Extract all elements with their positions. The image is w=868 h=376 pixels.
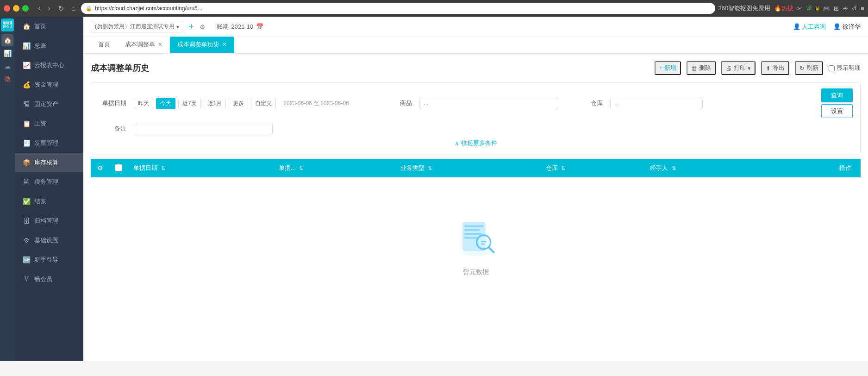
- product-selector[interactable]: ···: [419, 98, 558, 109]
- export-label: 导出: [773, 64, 785, 72]
- nav-item-asset[interactable]: 🏗 固定资产: [15, 94, 83, 114]
- svg-rect-10: [481, 244, 484, 245]
- svg-rect-9: [481, 241, 486, 243]
- show-detail-checkbox[interactable]: [829, 65, 835, 71]
- nav-label-report: 云报表中心: [34, 61, 64, 69]
- nav-item-home[interactable]: 🏠 首页: [15, 17, 83, 36]
- back-btn[interactable]: ‹: [35, 3, 43, 14]
- svg-rect-2: [464, 225, 484, 227]
- refresh-icon: ↻: [799, 65, 805, 72]
- table-select-all[interactable]: [115, 164, 122, 171]
- browser-max-btn[interactable]: [22, 5, 29, 12]
- add-company-btn[interactable]: +: [189, 22, 194, 31]
- date-btn-7days[interactable]: 近7天: [178, 98, 201, 109]
- date-btn-1month[interactable]: 近1月: [204, 98, 226, 109]
- delete-label: 删除: [699, 64, 711, 72]
- coin-icon: ¥: [816, 5, 819, 12]
- sidebar-icon-home[interactable]: 🏠: [1, 34, 13, 46]
- show-detail-toggle[interactable]: 显示明细: [829, 64, 861, 72]
- tab-cost-adjustment-close[interactable]: ✕: [158, 41, 162, 48]
- company-settings-btn[interactable]: ⚙: [200, 23, 206, 31]
- nav-item-invoice[interactable]: 🧾 发票管理: [15, 133, 83, 153]
- forward-btn[interactable]: ›: [45, 3, 53, 14]
- col-doc-label: 单据...: [279, 164, 296, 171]
- tab-home[interactable]: 首页: [91, 37, 118, 53]
- date-btn-more[interactable]: 更多: [229, 98, 248, 109]
- company-selector[interactable]: (勿删勿禁用）江西服宝测试专用 ▾: [91, 21, 183, 32]
- close-nav-icon: ✅: [22, 198, 31, 205]
- undo-icon: ↺: [852, 5, 857, 12]
- tab-cost-adjustment-history[interactable]: 成本调整单历史 ✕: [170, 37, 234, 53]
- url-text: https://cloud.chanjet.com/accounting/uru…: [95, 5, 202, 12]
- table-header-type[interactable]: 业务类型 ⇅: [395, 159, 540, 177]
- data-table: ⚙ 单据日期 ⇅ 单据... ⇅: [91, 159, 861, 313]
- tab-history-close[interactable]: ✕: [222, 41, 227, 48]
- refresh-btn[interactable]: ↻ 刷新: [795, 61, 823, 75]
- content-area: 成本调整单历史 + 新增 🗑 删除 🖨 打印 ▾ ⬆ 导出: [83, 54, 868, 361]
- table-header-doc[interactable]: 单据... ⇅: [273, 159, 395, 177]
- sidebar-icon-report[interactable]: ☁: [1, 60, 13, 72]
- nav-item-report[interactable]: 📈 云报表中心: [15, 56, 83, 75]
- nav-item-inventory[interactable]: 📦 库存核算: [15, 153, 83, 172]
- print-btn[interactable]: 🖨 打印 ▾: [721, 61, 756, 75]
- sort-date-icon: ⇅: [161, 165, 165, 171]
- collapse-row: ∧ 收起更多条件: [99, 139, 853, 147]
- table-header-handler[interactable]: 经手人 ⇅: [644, 159, 769, 177]
- tab-cost-adjustment-label: 成本调整单: [125, 40, 155, 49]
- tab-cost-adjustment[interactable]: 成本调整单 ✕: [118, 37, 170, 53]
- user-avatar[interactable]: 👤 徐泽华: [833, 23, 861, 31]
- setting-btn[interactable]: 设置: [821, 104, 853, 118]
- table-gear-btn[interactable]: ⚙: [97, 164, 103, 172]
- address-bar[interactable]: 🔒 https://cloud.chanjet.com/accounting/u…: [81, 3, 715, 14]
- svg-rect-4: [464, 233, 482, 235]
- more-icon: ≡: [861, 5, 864, 12]
- table-header-warehouse[interactable]: 仓库 ⇅: [540, 159, 645, 177]
- remark-input[interactable]: [134, 123, 273, 134]
- date-btn-today[interactable]: 今天: [156, 98, 175, 109]
- asset-nav-icon: 🏗: [22, 100, 31, 108]
- nav-label-salary: 工资: [34, 119, 46, 128]
- nav-item-ledger[interactable]: 📊 总账: [15, 36, 83, 56]
- page-title-bar: 成本调整单历史 + 新增 🗑 删除 🖨 打印 ▾ ⬆ 导出: [91, 61, 861, 75]
- app-header: (勿删勿禁用）江西服宝测试专用 ▾ + ⚙ 账期 2021-10 📅 👤 人工咨…: [83, 17, 868, 37]
- delete-btn[interactable]: 🗑 删除: [687, 61, 716, 75]
- nav-item-tax[interactable]: 🏛 税务管理: [15, 172, 83, 192]
- filter-row-remark: 备注: [99, 123, 853, 134]
- export-btn[interactable]: ⬆ 导出: [761, 61, 789, 75]
- sidebar-icon-weibo[interactable]: 微: [1, 73, 13, 85]
- translate-icon: 译: [806, 4, 812, 13]
- collapse-btn[interactable]: ∧ 收起更多条件: [455, 139, 497, 147]
- print-icon: 🖨: [726, 65, 732, 72]
- browser-close-btn[interactable]: [4, 5, 10, 12]
- header-actions: 👤 人工咨询 👤 徐泽华: [793, 23, 861, 31]
- table-header-settings[interactable]: ⚙: [91, 159, 109, 177]
- warehouse-selector[interactable]: ···: [610, 98, 703, 109]
- browser-min-btn[interactable]: [13, 5, 19, 12]
- nav-label-asset: 固定资产: [34, 100, 58, 108]
- table-header-date[interactable]: 单据日期 ⇅: [128, 159, 273, 177]
- add-btn[interactable]: + 新增: [655, 61, 681, 75]
- table-header-check[interactable]: [109, 159, 128, 177]
- nav-item-fund[interactable]: 💰 资金管理: [15, 75, 83, 94]
- col-handler-label: 经手人: [650, 164, 668, 171]
- sidebar-icon-ledger[interactable]: 📊: [1, 47, 13, 59]
- date-btn-custom[interactable]: 自定义: [251, 98, 276, 109]
- refresh-browser-btn[interactable]: ↻: [55, 3, 67, 14]
- user-name-label: 徐泽华: [843, 23, 861, 30]
- nav-item-archive[interactable]: 🗄 归档管理: [15, 211, 83, 231]
- nav-item-close[interactable]: ✅ 结账: [15, 192, 83, 211]
- sort-doc-icon: ⇅: [299, 165, 303, 171]
- date-btn-yesterday[interactable]: 昨天: [134, 98, 153, 109]
- home-btn[interactable]: ⌂: [69, 3, 79, 14]
- nav-item-settings[interactable]: ⚙ 基础设置: [15, 231, 83, 250]
- consultation-link[interactable]: 👤 人工咨询: [793, 23, 826, 31]
- nav-item-salary[interactable]: 📋 工资: [15, 114, 83, 133]
- browser-nav: ‹ › ↻ ⌂: [35, 3, 78, 14]
- ledger-nav-icon: 📊: [22, 42, 31, 50]
- empty-text: 暂元数据: [463, 268, 489, 276]
- nav-item-vip[interactable]: V 畅会员: [15, 269, 83, 289]
- nav-label-inventory: 库存核算: [34, 158, 58, 167]
- date-filter-buttons: 昨天 今天 近7天 近1月 更多 自定义: [134, 98, 276, 109]
- query-btn[interactable]: 查询: [821, 88, 853, 102]
- nav-item-guide[interactable]: 🆕 新手引导: [15, 250, 83, 269]
